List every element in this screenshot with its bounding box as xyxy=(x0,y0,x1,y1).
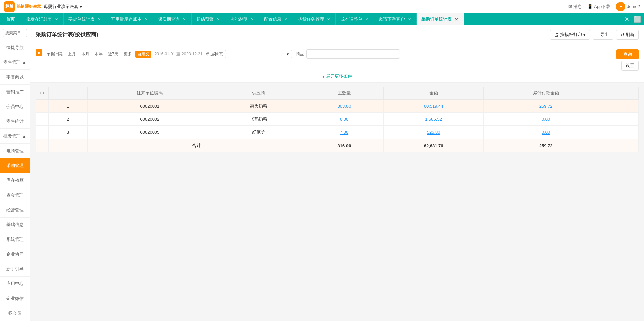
date-shortcut-this-month[interactable]: 本月 xyxy=(79,51,91,58)
tab-purchase-order-stats[interactable]: 采购订单统计表 ✕ xyxy=(417,13,464,25)
tab-warranty-query[interactable]: 保质期查询 ✕ xyxy=(153,13,192,25)
row2-paid-amount[interactable]: 0.00 xyxy=(484,113,608,126)
sidebar-item-app-center[interactable]: 应用中心 xyxy=(0,277,30,291)
tab-func-desc-close[interactable]: ✕ xyxy=(250,17,254,22)
tab-cost-adjust-close[interactable]: ✕ xyxy=(364,17,369,22)
date-shortcut-7days[interactable]: 近7天 xyxy=(106,51,120,58)
top-bar: 标版 畅捷通好生意 母婴行业演示账套 ▾ ✉ 消息 📱 App下载 E demo… xyxy=(0,0,644,13)
sidebar-item-enterprise-wechat[interactable]: 企业微信 xyxy=(0,291,30,306)
sidebar-item-member[interactable]: 畅会员 xyxy=(0,306,30,321)
col-settings-icon[interactable]: ⚙ xyxy=(40,90,44,96)
row1-amount[interactable]: 60,519.44 xyxy=(383,100,484,113)
row1-main-qty[interactable]: 303.00 xyxy=(305,100,384,113)
tab-picking-task-close[interactable]: ✕ xyxy=(326,17,331,22)
sidebar-item-retail-mgmt[interactable]: 零售管理 ▲ xyxy=(0,55,30,70)
tab-config-info-close[interactable]: ✕ xyxy=(283,17,288,22)
date-shortcuts: 上月 本月 本年 近7天 更多 自定义 xyxy=(66,51,151,58)
tab-requisition-stats[interactable]: 要货单统计表 ✕ xyxy=(64,13,106,25)
sidebar-retail-stats-label: 零售统计 xyxy=(6,118,24,124)
goods-dots-btn[interactable]: ··· xyxy=(390,51,397,57)
row3-supplier-name: 好孩子 xyxy=(212,126,305,139)
logo-icon: 标版 xyxy=(4,1,15,12)
row3-main-qty[interactable]: 7.00 xyxy=(305,126,384,139)
row3-supplier-code: 00020005 xyxy=(88,126,212,139)
row3-amount[interactable]: 525.80 xyxy=(383,126,484,139)
tab-collect-pay-close[interactable]: ✕ xyxy=(54,17,59,22)
query-button[interactable]: 查询 xyxy=(616,49,639,59)
date-shortcut-last-month[interactable]: 上月 xyxy=(66,51,78,58)
date-shortcut-more[interactable]: 更多 xyxy=(122,51,134,58)
refresh-button[interactable]: ↺ 刷新 xyxy=(616,30,639,40)
row2-supplier-code: 00020002 xyxy=(88,113,212,126)
tab-home[interactable]: 首页 xyxy=(0,13,21,25)
tab-cost-adjust[interactable]: 成本调整单 ✕ xyxy=(336,13,374,25)
tab-invite-downstream[interactable]: 邀请下游客户 ✕ xyxy=(374,13,417,25)
message-icon: ✉ xyxy=(568,4,572,9)
sidebar-item-basic-info[interactable]: 基础信息 xyxy=(0,218,30,232)
filter-toggle-button[interactable]: ▶ xyxy=(36,49,42,56)
app-download-action[interactable]: 📱 App下载 xyxy=(587,4,610,10)
tab-invite-downstream-close[interactable]: ✕ xyxy=(407,17,412,22)
tab-purchase-order-stats-close[interactable]: ✕ xyxy=(454,17,459,22)
export-button[interactable]: ↓ 导出 xyxy=(593,30,614,40)
row2-main-qty[interactable]: 6.00 xyxy=(305,113,384,126)
tab-config-info[interactable]: 配置信息 ✕ xyxy=(259,13,293,25)
table-row: 3 00020005 好孩子 7.00 525.80 0.00 xyxy=(36,126,639,139)
retail-mgmt-arrow-icon: ▲ xyxy=(22,60,26,65)
sidebar-item-marketing[interactable]: 营销推广 xyxy=(0,85,30,99)
row3-paid-amount[interactable]: 0.00 xyxy=(484,126,608,139)
tab-picking-task[interactable]: 拣货任务管理 ✕ xyxy=(293,13,336,25)
workspace-selector[interactable]: 母婴行业演示账套 ▾ xyxy=(44,4,82,10)
sidebar-retail-mgmt-label: 零售管理 xyxy=(3,59,21,65)
date-to: 2023-12-31 xyxy=(182,52,202,56)
expand-filters-label: 展开更多条件 xyxy=(326,73,352,79)
sidebar-item-member-center[interactable]: 会员中心 xyxy=(0,99,30,114)
expand-filters-button[interactable]: ▾ 展开更多条件 xyxy=(322,73,352,79)
sidebar-item-wholesale-mgmt[interactable]: 批发管理 ▲ xyxy=(0,129,30,144)
search-input[interactable] xyxy=(3,29,27,37)
date-from: 2016-01-01 xyxy=(155,52,175,56)
tab-overstock-warning-close[interactable]: ✕ xyxy=(216,17,220,22)
date-custom-tag[interactable]: 自定义 xyxy=(135,51,151,58)
row1-supplier-code: 00020001 xyxy=(88,100,212,113)
sidebar-item-retail-stats[interactable]: 零售统计 xyxy=(0,114,30,129)
sidebar-item-finance-mgmt[interactable]: 资金管理 xyxy=(0,188,30,203)
sidebar-item-enterprise-collab[interactable]: 企业协同 xyxy=(0,247,30,262)
tab-overstock-warning[interactable]: 超储预警 ✕ xyxy=(192,13,225,25)
row2-index: 2 xyxy=(49,113,88,126)
user-action[interactable]: E demo2 xyxy=(616,2,640,11)
status-select[interactable]: ▾ xyxy=(225,50,292,58)
tab-func-desc[interactable]: 功能说明 ✕ xyxy=(225,13,259,25)
date-shortcut-this-year[interactable]: 本年 xyxy=(93,51,105,58)
settings-button[interactable]: 设置 xyxy=(621,61,639,71)
sidebar-item-retail-mall[interactable]: 零售商城 xyxy=(0,70,30,85)
tab-available-stock[interactable]: 可用量库存账本 ✕ xyxy=(106,13,153,25)
sidebar-item-sys-mgmt[interactable]: 系统管理 xyxy=(0,232,30,247)
tab-warranty-query-close[interactable]: ✕ xyxy=(182,17,186,22)
sidebar-item-ecommerce-mgmt[interactable]: 电商管理 xyxy=(0,144,30,158)
col-main-qty-header: 主数量 xyxy=(305,87,384,100)
nav-close-btn[interactable]: ✕ xyxy=(623,15,631,23)
logo-abbr: 标版 xyxy=(5,4,13,9)
row2-extra xyxy=(608,113,638,126)
logo-area: 标版 畅捷通好生意 xyxy=(4,1,41,12)
content-area: 采购订单统计表(按供应商) 🖨 按模板打印 ▾ ↓ 导出 ↺ 刷新 xyxy=(30,25,644,321)
sidebar-item-inventory-check[interactable]: 库存核算 xyxy=(0,173,30,188)
nav-expand-btn[interactable]: ⬜ xyxy=(633,15,641,23)
sidebar-retail-mall-label: 零售商城 xyxy=(6,74,24,80)
row3-settings xyxy=(36,126,49,139)
tab-collect-pay[interactable]: 收发存汇总表 ✕ xyxy=(21,13,64,25)
sidebar-item-ops-mgmt[interactable]: 经营管理 xyxy=(0,203,30,218)
col-settings-header: ⚙ xyxy=(36,87,49,100)
row2-amount[interactable]: 1,586.52 xyxy=(383,113,484,126)
template-print-button[interactable]: 🖨 按模板打印 ▾ xyxy=(550,30,590,40)
tab-available-stock-close[interactable]: ✕ xyxy=(144,17,148,22)
goods-input[interactable]: ··· xyxy=(306,49,400,59)
row1-paid-amount[interactable]: 259.72 xyxy=(484,100,608,113)
main-layout: 快捷导航 零售管理 ▲ 零售商城 营销推广 会员中心 零售统计 批发管理 ▲ 电… xyxy=(0,25,644,321)
sidebar-item-purchase-mgmt[interactable]: 采购管理 xyxy=(0,158,30,173)
sidebar-item-newbie-guide[interactable]: 新手引导 xyxy=(0,262,30,277)
sidebar-item-quick-nav[interactable]: 快捷导航 xyxy=(0,40,30,55)
message-action[interactable]: ✉ 消息 xyxy=(568,4,582,10)
tab-requisition-stats-close[interactable]: ✕ xyxy=(97,17,101,22)
